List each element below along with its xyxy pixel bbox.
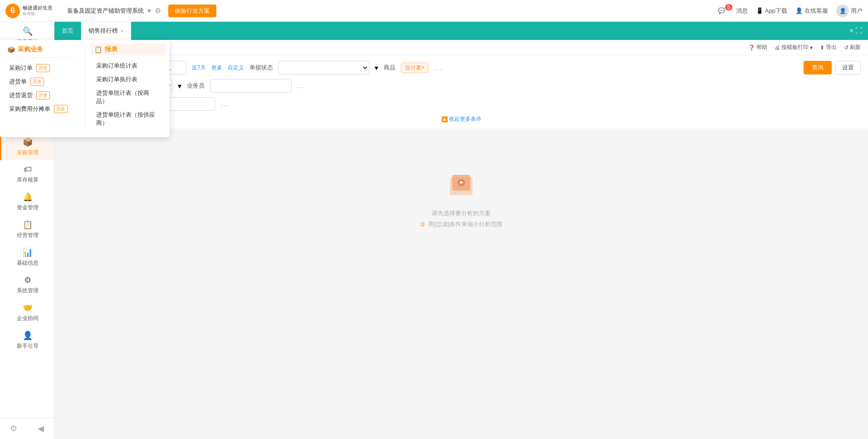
purchase-cost-hist: 历史 <box>54 105 68 113</box>
sidebar-item-operations[interactable]: 📋 经营管理 <box>0 215 54 243</box>
system-icon: ⚙ <box>24 275 31 285</box>
filter-row-1: 日期 ~ 近7天 更多 自定义 单据状态 ▾ 商品 设 <box>62 61 861 74</box>
setting-btn[interactable]: 设置 <box>835 61 861 74</box>
customer-more-btn[interactable]: ... <box>220 100 229 108</box>
inventory-icon: 🏷 <box>24 165 32 174</box>
filter-section: 日期 ~ 近7天 更多 自定义 单据状态 ▾ 商品 设 <box>54 55 868 128</box>
user-item[interactable]: 👤 用户 <box>836 5 863 17</box>
goods-return-label: 进货退货 <box>9 91 33 99</box>
dropdown-item-po-exec[interactable]: 采购订单执行表 <box>94 73 163 86</box>
brand-name: 畅捷通好生意 <box>23 5 53 11</box>
dropdown-item-goods-return[interactable]: 进货退货 历史 <box>7 89 76 102</box>
po-stats-label: 采购订单统计表 <box>96 62 137 70</box>
purchase-icon: 📦 <box>23 137 33 147</box>
sidebar-item-system[interactable]: ⚙ 系统管理 <box>0 271 54 298</box>
salesperson-label: 业务员 <box>187 82 205 90</box>
sidebar-item-enterprise[interactable]: 🤝 企业协同 <box>0 298 54 326</box>
help-btn[interactable]: ❓ 帮助 <box>748 44 767 51</box>
tab-home[interactable]: 首页 <box>54 22 81 40</box>
sidebar-item-basic[interactable]: 📊 基础信息 <box>0 243 54 271</box>
dropdown-item-goods-receipt[interactable]: 进货单 历史 <box>7 75 76 89</box>
tab-close-window-icon[interactable]: × <box>849 27 853 35</box>
sidebar-item-inventory[interactable]: 🏷 库存核算 <box>0 160 54 187</box>
dropdown-arrow-icon[interactable]: ▾ <box>147 6 151 15</box>
quick-7days-btn[interactable]: 近7天 <box>192 64 206 72</box>
message-icon: 💬 <box>718 7 725 14</box>
print-dropdown-icon: ▾ <box>810 44 813 51</box>
message-badge: 5 <box>725 4 732 10</box>
purchase-title-text: 采购业务 <box>18 45 43 54</box>
page-content: ❓ 帮助 🖨 按模板打印 ▾ ⬆ 导出 ↺ 刷新 <box>54 40 868 439</box>
empty-hint1: 请先选择要分析的方案 <box>432 209 491 217</box>
query-btn[interactable]: 查询 <box>804 61 832 74</box>
salesperson-input[interactable] <box>210 79 292 93</box>
dropdown-item-purchase-cost[interactable]: 采购费用分摊单 历史 <box>7 102 76 116</box>
enterprise-icon: 🤝 <box>23 303 33 313</box>
order-status-select[interactable] <box>278 61 369 74</box>
message-item[interactable]: 💬 5 消息 <box>718 7 748 15</box>
message-label: 消息 <box>736 7 748 15</box>
quick-custom-btn[interactable]: 自定义 <box>228 64 244 72</box>
export-btn[interactable]: ⬆ 导出 <box>820 44 837 51</box>
sidebar-item-finance[interactable]: 🔔 资金管理 <box>0 187 54 215</box>
collapse-up-icon: 🔼 <box>441 116 448 123</box>
sidebar-label-enterprise: 企业协同 <box>17 315 39 322</box>
tab-close-icon[interactable]: × <box>121 28 123 34</box>
goods-more-btn[interactable]: ... <box>434 64 443 72</box>
print-label: 按模板打印 <box>781 44 809 51</box>
goods-return-hist: 历史 <box>36 91 50 99</box>
export-icon: ⬆ <box>820 44 824 51</box>
sidebar-label-newbie: 新手引导 <box>17 342 39 350</box>
app-download-item[interactable]: 📱 App下载 <box>756 7 787 15</box>
user-label: 用户 <box>851 7 863 15</box>
filter-row-3: 客户 ... <box>62 97 861 111</box>
tab-actions: × ⛶ <box>849 27 868 35</box>
help-label: 帮助 <box>756 44 767 51</box>
goods-receipt-hist: 历史 <box>30 78 44 86</box>
brand-badge: 标准版 <box>23 11 53 17</box>
collapse-btn[interactable]: 🔼 收起更多条件 <box>441 115 482 123</box>
refresh-label: 刷新 <box>850 44 861 51</box>
print-btn[interactable]: 🖨 按模板打印 ▾ <box>775 44 813 51</box>
brand-info: 畅捷通好生意 标准版 <box>23 5 53 17</box>
sidebar-collapse-icon[interactable]: ◀ <box>38 424 44 434</box>
sidebar-settings-icon[interactable]: ⚙ <box>10 424 17 434</box>
content-area: 首页 销售排行榜 × × ⛶ ❓ 帮助 🖨 <box>54 22 868 439</box>
toolbar: ❓ 帮助 🖨 按模板打印 ▾ ⬆ 导出 ↺ 刷新 <box>54 40 868 55</box>
collapse-label: 收起更多条件 <box>449 115 482 123</box>
tab-maximize-icon[interactable]: ⛶ <box>855 27 863 35</box>
phone-icon: 📱 <box>756 7 763 14</box>
sidebar-label-system: 系统管理 <box>17 287 39 295</box>
topbar-center: 装备及固定资产辅助管理系统 ▾ ⚙ 体验行业方案 <box>60 5 718 17</box>
sidebar-label-operations: 经营管理 <box>17 232 39 239</box>
industry-btn[interactable]: 体验行业方案 <box>168 5 216 17</box>
purchase-order-label: 采购订单 <box>9 64 33 72</box>
dropdown-col-reports: 📋 报表 采购订单统计表 采购订单执行表 进货单统计表（按商品） 进货单统计表（… <box>87 45 170 130</box>
dropdown-item-receipt-by-goods[interactable]: 进货单统计表（按商品） <box>94 86 163 108</box>
system-title: 装备及固定资产辅助管理系统 <box>67 7 144 15</box>
salesperson-more-btn[interactable]: ... <box>297 82 306 90</box>
quick-more-btn[interactable]: 更多 <box>211 64 222 72</box>
purchase-cost-label: 采购费用分摊单 <box>9 105 50 113</box>
refresh-btn[interactable]: ↺ 刷新 <box>844 44 861 51</box>
dropdown-item-receipt-by-supplier[interactable]: 进货单统计表（按供应商） <box>94 108 163 130</box>
goods-receipt-label: 进货单 <box>9 78 27 86</box>
dropdown-divider <box>85 45 85 130</box>
avatar: 👤 <box>836 5 849 17</box>
receipt-by-supplier-label: 进货单统计表（按供应商） <box>96 111 161 127</box>
empty-state: 请先选择要分析的方案 ② 用[过滤]条件来缩小分析范围 <box>54 129 868 265</box>
sidebar-item-newbie[interactable]: 👤 新手引导 <box>0 326 54 354</box>
online-service-item[interactable]: 👤 在线客服 <box>795 7 828 15</box>
settings-icon[interactable]: ⚙ <box>155 6 161 15</box>
order-status-dropdown-icon: ▾ <box>375 64 378 72</box>
collapse-row: 🔼 收起更多条件 <box>62 115 861 123</box>
dropdown-item-purchase-order[interactable]: 采购订单 历史 <box>7 61 76 75</box>
dropdown-purchase-title: 📦 采购业务 <box>7 45 76 58</box>
reports-title-text: 报表 <box>105 45 117 54</box>
ranking-dropdown-icon: ▾ <box>178 82 181 90</box>
dropdown-item-po-stats[interactable]: 采购订单统计表 <box>94 59 163 73</box>
sidebar-label-finance: 资金管理 <box>17 204 39 212</box>
empty-hint2-text: 用[过滤]条件来缩小分析范围 <box>428 220 502 228</box>
refresh-icon: ↺ <box>844 44 848 51</box>
tab-sales-ranking[interactable]: 销售排行榜 × <box>81 22 131 40</box>
